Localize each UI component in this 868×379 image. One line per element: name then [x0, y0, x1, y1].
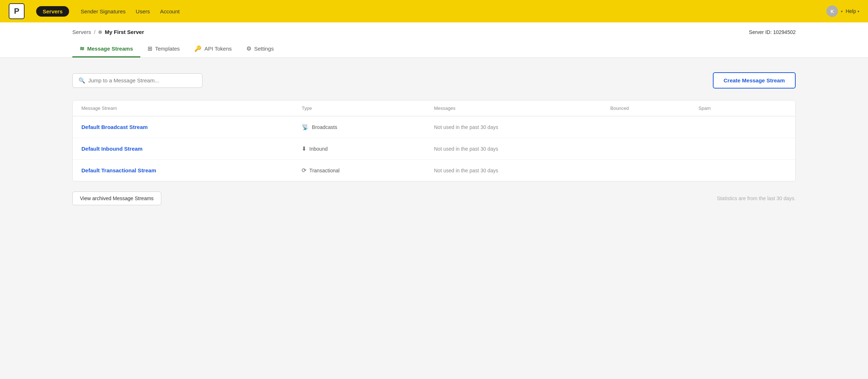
col-header-bounced: Bounced: [610, 105, 698, 111]
stream-name-cell: Default Inbound Stream: [81, 146, 302, 152]
breadcrumb-servers-link[interactable]: Servers: [72, 29, 91, 35]
breadcrumb-row: Servers / My First Server Server ID: 102…: [72, 22, 796, 35]
message-streams-icon: ≋: [80, 45, 84, 52]
users-link[interactable]: Users: [136, 8, 150, 14]
transactional-icon: ⟳: [302, 167, 306, 174]
breadcrumb-separator: /: [94, 29, 95, 35]
user-avatar[interactable]: K: [826, 5, 838, 17]
server-id-display: Server ID: 10294502: [749, 29, 796, 35]
table-row: Default Inbound Stream ⬇ Inbound Not use…: [73, 138, 795, 160]
templates-icon: ⊞: [148, 45, 152, 52]
search-input[interactable]: [88, 77, 196, 83]
footer-row: View archived Message Streams Statistics…: [72, 191, 796, 205]
streams-table: Message Stream Type Messages Bounced Spa…: [72, 100, 796, 181]
search-box[interactable]: 🔍: [72, 73, 203, 88]
broadcasts-icon: 📡: [302, 124, 309, 130]
inbound-icon: ⬇: [302, 145, 306, 152]
tab-templates[interactable]: ⊞ Templates: [140, 41, 187, 57]
view-archived-button[interactable]: View archived Message Streams: [72, 191, 161, 205]
stream-messages-cell: Not used in the past 30 days: [434, 146, 610, 152]
nav-links: Sender Signatures Users Account: [81, 8, 180, 14]
tab-message-streams[interactable]: ≋ Message Streams: [72, 41, 140, 57]
table-row: Default Transactional Stream ⟳ Transacti…: [73, 160, 795, 181]
postmark-logo[interactable]: P: [9, 3, 25, 19]
tab-settings[interactable]: ⚙ Settings: [239, 41, 281, 57]
col-header-spam: Spam: [698, 105, 787, 111]
tabs-row: ≋ Message Streams ⊞ Templates 🔑 API Toke…: [72, 41, 796, 57]
server-status-dot: [98, 30, 102, 34]
main-content: 🔍 Create Message Stream Message Stream T…: [0, 58, 868, 220]
servers-nav-item[interactable]: Servers: [36, 6, 69, 17]
top-navigation: P Servers Sender Signatures Users Accoun…: [0, 0, 868, 22]
sender-signatures-link[interactable]: Sender Signatures: [81, 8, 125, 14]
help-chevron-icon: ▾: [858, 9, 859, 13]
table-header: Message Stream Type Messages Bounced Spa…: [73, 100, 795, 116]
tab-api-tokens[interactable]: 🔑 API Tokens: [187, 41, 239, 57]
stream-name-cell: Default Broadcast Stream: [81, 124, 302, 130]
subheader: Servers / My First Server Server ID: 102…: [0, 22, 868, 58]
breadcrumb: Servers / My First Server: [72, 29, 144, 35]
stream-type-cell: ⟳ Transactional: [302, 167, 434, 174]
help-dropdown[interactable]: Help ▾: [846, 8, 859, 14]
account-link[interactable]: Account: [160, 8, 179, 14]
table-row: Default Broadcast Stream 📡 Broadcasts No…: [73, 116, 795, 138]
default-inbound-stream-link[interactable]: Default Inbound Stream: [81, 146, 142, 152]
avatar-chevron-icon[interactable]: ▾: [841, 9, 843, 13]
default-broadcast-stream-link[interactable]: Default Broadcast Stream: [81, 124, 148, 130]
nav-right: K ▾ Help ▾: [826, 5, 859, 17]
col-header-type: Type: [302, 105, 434, 111]
col-header-stream: Message Stream: [81, 105, 302, 111]
default-transactional-stream-link[interactable]: Default Transactional Stream: [81, 167, 156, 173]
breadcrumb-server-name: My First Server: [105, 29, 144, 35]
col-header-messages: Messages: [434, 105, 610, 111]
search-icon: 🔍: [78, 77, 85, 84]
settings-icon: ⚙: [246, 45, 251, 52]
stream-type-cell: 📡 Broadcasts: [302, 124, 434, 130]
stream-messages-cell: Not used in the past 30 days: [434, 168, 610, 173]
api-tokens-icon: 🔑: [194, 45, 201, 52]
stats-note: Statistics are from the last 30 days.: [717, 195, 796, 201]
stream-name-cell: Default Transactional Stream: [81, 167, 302, 174]
stream-messages-cell: Not used in the past 30 days: [434, 124, 610, 130]
stream-type-cell: ⬇ Inbound: [302, 145, 434, 152]
create-message-stream-button[interactable]: Create Message Stream: [713, 72, 796, 89]
action-row: 🔍 Create Message Stream: [72, 72, 796, 89]
